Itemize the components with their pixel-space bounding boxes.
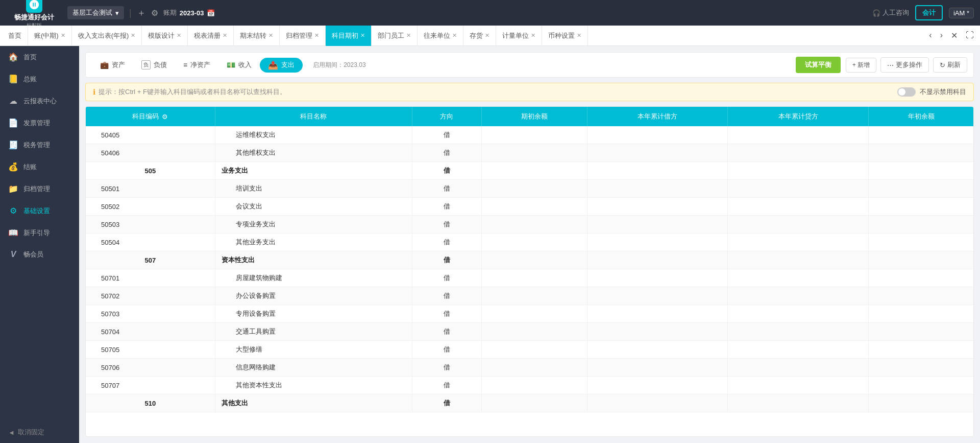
company-selector[interactable]: 基层工会测试 ▾ xyxy=(67,6,124,19)
cell-annual-debit xyxy=(587,359,728,377)
table-row[interactable]: 50703 专用设备购置 借 xyxy=(86,305,973,323)
table-row[interactable]: 50701 房屋建筑物购建 借 xyxy=(86,269,973,287)
disable-toggle[interactable] xyxy=(897,87,916,97)
sidebar-pin-toggle[interactable]: ◄ 取消固定 xyxy=(0,422,79,443)
cell-opening-balance xyxy=(482,251,587,269)
cell-annual-debit xyxy=(587,126,728,144)
tab-currency[interactable]: 币种设置 ✕ xyxy=(542,26,588,46)
sidebar-item-invoice[interactable]: 📄 发票管理 xyxy=(0,112,79,134)
tab-label: 归档管理 xyxy=(286,31,312,40)
filter-label: 净资产 xyxy=(190,60,210,69)
tab-units[interactable]: 往来单位 ✕ xyxy=(418,26,463,46)
sidebar-item-member[interactable]: V 畅会员 xyxy=(0,244,79,265)
tab-close[interactable]: ✕ xyxy=(577,32,581,39)
cell-direction: 借 xyxy=(412,198,482,216)
tab-measure-unit[interactable]: 计量单位 ✕ xyxy=(496,26,542,46)
cell-opening-balance xyxy=(482,323,587,341)
table-row[interactable]: 505 业务支出 借 xyxy=(86,162,973,180)
add-button[interactable]: + 新增 xyxy=(846,58,876,73)
filter-tab-liabilities[interactable]: 负 负债 xyxy=(133,58,175,72)
tab-subject-init[interactable]: 科目期初 ✕ xyxy=(326,26,372,46)
cell-year-start xyxy=(869,323,973,341)
sidebar-label: 结账 xyxy=(23,162,37,172)
table-row[interactable]: 50503 专项业务支出 借 xyxy=(86,216,973,234)
sidebar-item-close-account[interactable]: 💰 结账 xyxy=(0,156,79,178)
cell-annual-credit xyxy=(728,198,869,216)
table-row[interactable]: 50702 办公设备购置 借 xyxy=(86,287,973,305)
sidebar-item-archive[interactable]: 📁 归档管理 xyxy=(0,178,79,200)
calendar-icon[interactable]: 📅 xyxy=(207,9,215,17)
sidebar-item-cloud-report[interactable]: ☁ 云报表中心 xyxy=(0,90,79,112)
logo-area: 畅捷通好会计 标配版 xyxy=(6,0,62,29)
tab-dept-staff[interactable]: 部门员工 ✕ xyxy=(372,26,418,46)
table-row[interactable]: 50705 大型修缮 借 xyxy=(86,341,973,359)
filter-tab-equity[interactable]: ≡ 净资产 xyxy=(175,58,218,72)
sidebar-item-settings[interactable]: ⚙ 基础设置 xyxy=(0,200,79,222)
cell-annual-credit xyxy=(728,287,869,305)
tab-close[interactable]: ✕ xyxy=(131,32,135,39)
cell-opening-balance xyxy=(482,144,587,162)
cell-direction: 借 xyxy=(412,341,482,359)
tab-inventory[interactable]: 存货 ✕ xyxy=(463,26,496,46)
tab-period-close[interactable]: 期末结转 ✕ xyxy=(234,26,280,46)
sidebar-label: 云报表中心 xyxy=(23,97,57,106)
tab-close[interactable]: ✕ xyxy=(268,32,273,39)
cell-year-start xyxy=(869,287,973,305)
tab-close-all-btn[interactable]: ✕ xyxy=(947,29,962,42)
tab-archive[interactable]: 归档管理 ✕ xyxy=(280,26,326,46)
cell-code: 50502 xyxy=(86,198,215,216)
sidebar-item-ledger[interactable]: 📒 总账 xyxy=(0,68,79,90)
sidebar-item-guide[interactable]: 📖 新手引导 xyxy=(0,222,79,244)
cell-opening-balance xyxy=(482,394,587,412)
tab-close[interactable]: ✕ xyxy=(177,32,181,39)
balance-button[interactable]: 试算平衡 xyxy=(796,57,841,73)
invoice-icon: 📄 xyxy=(8,118,18,128)
tab-close[interactable]: ✕ xyxy=(314,32,319,39)
tab-income-report[interactable]: 收入支出表(年报) ✕ xyxy=(72,26,142,46)
tab-close[interactable]: ✕ xyxy=(61,32,65,39)
cell-annual-debit xyxy=(587,341,728,359)
filter-tab-income[interactable]: 💵 收入 xyxy=(218,58,260,72)
tab-close[interactable]: ✕ xyxy=(223,32,227,39)
sidebar-item-tax[interactable]: 🧾 税务管理 xyxy=(0,134,79,156)
iam-badge[interactable]: iAM * xyxy=(949,8,974,18)
more-actions-button[interactable]: ⋯ 更多操作 xyxy=(880,57,929,73)
support-button[interactable]: 🎧 人工咨询 xyxy=(872,8,909,17)
tab-home[interactable]: 首页 xyxy=(2,26,28,46)
cell-code: 50504 xyxy=(86,234,215,251)
tab-close[interactable]: ✕ xyxy=(531,32,535,39)
table-row[interactable]: 510 其他支出 借 xyxy=(86,394,973,412)
tab-tax-report[interactable]: 税表清册 ✕ xyxy=(188,26,234,46)
add-company-btn[interactable]: ＋ xyxy=(137,7,146,19)
tab-prev-btn[interactable]: ‹ xyxy=(925,29,936,42)
tab-template[interactable]: 模版设计 ✕ xyxy=(142,26,188,46)
sidebar-label: 首页 xyxy=(23,53,37,62)
settings-gear-icon[interactable]: ⚙ xyxy=(162,113,168,121)
table-row[interactable]: 50504 其他业务支出 借 xyxy=(86,234,973,251)
refresh-button[interactable]: ↻ 刷新 xyxy=(933,57,967,73)
filter-tab-assets[interactable]: 💼 资产 xyxy=(92,58,133,72)
tab-close[interactable]: ✕ xyxy=(485,32,489,39)
table-row[interactable]: 50706 信息网络购建 借 xyxy=(86,359,973,377)
sidebar-item-home[interactable]: 🏠 首页 xyxy=(0,46,79,68)
tab-close[interactable]: ✕ xyxy=(360,32,365,39)
top-header: 畅捷通好会计 标配版 基层工会测试 ▾ | ＋ ⚙ 账期 2023-03 📅 🎧… xyxy=(0,0,980,26)
tab-next-btn[interactable]: › xyxy=(936,29,947,42)
table-row[interactable]: 50704 交通工具购置 借 xyxy=(86,323,973,341)
table-row[interactable]: 50405 运维维权支出 借 xyxy=(86,126,973,144)
tab-account-mid[interactable]: 账(中期) ✕ xyxy=(28,26,72,46)
settings-icon[interactable]: ⚙ xyxy=(151,8,158,18)
table-row[interactable]: 507 资本性支出 借 xyxy=(86,251,973,269)
cell-direction: 借 xyxy=(412,323,482,341)
liabilities-icon: 负 xyxy=(141,60,151,69)
tab-close[interactable]: ✕ xyxy=(452,32,457,39)
tab-expand-btn[interactable]: ⛶ xyxy=(962,29,978,42)
tab-close[interactable]: ✕ xyxy=(406,32,411,39)
cell-name: 信息网络购建 xyxy=(215,359,412,377)
table-row[interactable]: 50502 会议支出 借 xyxy=(86,198,973,216)
table-row[interactable]: 50501 培训支出 借 xyxy=(86,180,973,198)
table-row[interactable]: 50406 其他维权支出 借 xyxy=(86,144,973,162)
filter-tab-expenditure[interactable]: 📤 支出 xyxy=(260,58,303,73)
account-button[interactable]: 会计 xyxy=(915,5,943,20)
table-row[interactable]: 50707 其他资本性支出 借 xyxy=(86,377,973,394)
